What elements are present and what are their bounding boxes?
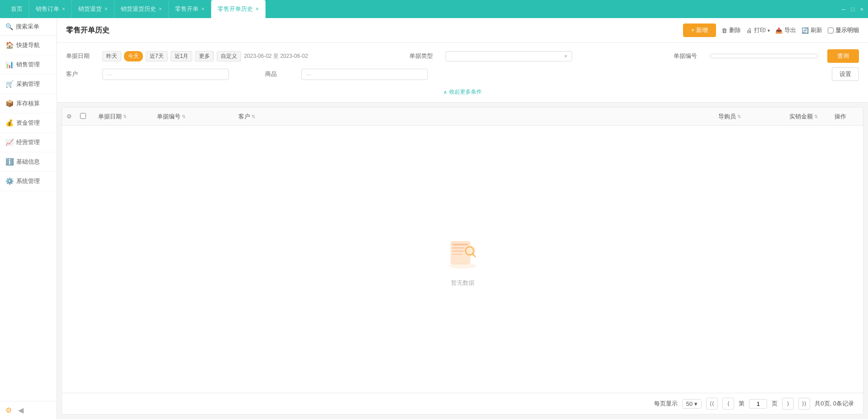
sales-icon: 📊: [5, 61, 13, 69]
sort-date-icon: ⇅: [123, 114, 127, 119]
tab-bar: 首页 销售订单 × 销货退货 × 销货退货历史 × 零售开单 × 零售开单历史 …: [0, 0, 868, 18]
tab-retail-order-history[interactable]: 零售开单历史 ×: [211, 0, 266, 18]
minimize-btn[interactable]: ─: [841, 6, 845, 13]
tab-close-sales-return[interactable]: ×: [104, 6, 108, 12]
collapse-up-icon: ∧: [443, 89, 447, 95]
customer-dots: ···: [107, 71, 112, 78]
sidebar-bottom: ⚙ ◀: [0, 401, 57, 419]
display-detail-checkbox[interactable]: 显示明细: [828, 26, 859, 34]
goods-label: 商品: [265, 70, 292, 78]
query-button[interactable]: 查询: [827, 49, 859, 63]
print-icon: 🖨: [746, 27, 752, 34]
date-btn-yesterday[interactable]: 昨天: [102, 51, 121, 61]
close-btn[interactable]: ×: [860, 6, 863, 13]
th-guide[interactable]: 导购员 ⇅: [714, 113, 768, 121]
sort-amount-icon: ⇅: [814, 114, 818, 119]
display-detail-input[interactable]: [828, 28, 834, 33]
page-next-btn[interactable]: ⟩: [782, 398, 794, 410]
page-input[interactable]: [749, 399, 767, 409]
sidebar-item-system[interactable]: ⚙️ 系统管理: [0, 172, 57, 191]
sidebar-item-finance[interactable]: 💰 资金管理: [0, 113, 57, 133]
order-num-input[interactable]: [710, 54, 818, 58]
sidebar-search[interactable]: 🔍 搜索采单: [0, 18, 57, 36]
tab-sales-order[interactable]: 销售订单 ×: [29, 0, 72, 18]
settings-button[interactable]: 设置: [832, 67, 859, 81]
page-prev-btn[interactable]: ⟨: [722, 398, 734, 410]
tab-sales-return-history[interactable]: 销货退货历史 ×: [114, 0, 169, 18]
sidebar-nav: 🏠 快捷导航 📊 销售管理 🛒 采购管理 📦 库存核算 💰 资金管理 📈: [0, 36, 57, 401]
total-label: 共0页, 0条记录: [815, 400, 854, 408]
goods-dots: ···: [306, 71, 311, 78]
print-button[interactable]: 🖨 打印 ▾: [746, 26, 770, 34]
export-button[interactable]: 📤 导出: [775, 26, 796, 34]
sidebar-item-purchase[interactable]: 🛒 采购管理: [0, 75, 57, 94]
svg-rect-2: [452, 244, 469, 245]
purchase-icon: 🛒: [5, 80, 13, 88]
tab-sales-return[interactable]: 销货退货 ×: [72, 0, 114, 18]
date-btn-1month[interactable]: 近1月: [171, 51, 193, 61]
order-type-chevron-icon: ▾: [564, 53, 567, 59]
sidebar-item-operations[interactable]: 📈 经营管理: [0, 133, 57, 152]
tab-retail-order[interactable]: 零售开单 ×: [169, 0, 211, 18]
date-button-group: 昨天 今天 近7天 近1月 更多 自定义 2023-06-02 至 2023-0…: [102, 51, 308, 61]
sidebar-item-inventory[interactable]: 📦 库存核算: [0, 94, 57, 113]
svg-rect-5: [452, 254, 462, 255]
date-btn-7days[interactable]: 近7天: [146, 51, 168, 61]
th-order-num[interactable]: 单据编号 ⇅: [152, 113, 234, 121]
th-customer[interactable]: 客户 ⇅: [234, 113, 714, 121]
sidebar-item-sales[interactable]: 📊 销售管理: [0, 55, 57, 75]
date-btn-custom[interactable]: 自定义: [217, 51, 241, 61]
print-chevron-icon: ▾: [768, 28, 770, 33]
add-button[interactable]: + 新增: [683, 24, 716, 37]
order-type-select[interactable]: ▾: [446, 51, 572, 61]
sidebar-item-basic-info[interactable]: ℹ️ 基础信息: [0, 152, 57, 172]
refresh-icon: 🔄: [802, 27, 809, 34]
page-size-label: 每页显示: [654, 400, 678, 408]
tab-close-sales-order[interactable]: ×: [62, 6, 65, 12]
empty-state-illustration: [442, 232, 483, 273]
delete-button[interactable]: 🗑 删除: [721, 26, 741, 34]
order-type-label: 单据类型: [409, 52, 436, 60]
order-num-label: 单据编号: [674, 52, 701, 60]
sidebar-item-shortcuts[interactable]: 🏠 快捷导航: [0, 36, 57, 55]
page-header: 零售开单历史 + 新增 🗑 删除 🖨 打印 ▾ 📤 导出 🔄: [57, 18, 868, 43]
empty-text: 暂无数据: [451, 279, 474, 287]
customer-input[interactable]: ···: [102, 69, 229, 80]
tab-close-retail-order[interactable]: ×: [201, 6, 204, 12]
window-controls: ─ □ ×: [841, 6, 863, 13]
restore-btn[interactable]: □: [851, 6, 855, 13]
settings-bottom-icon[interactable]: ⚙: [5, 406, 12, 414]
th-amount[interactable]: 实销金额 ⇅: [768, 113, 822, 121]
sort-customer-icon: ⇅: [251, 114, 255, 119]
refresh-button[interactable]: 🔄 刷新: [802, 26, 822, 34]
table-select-all[interactable]: [80, 113, 94, 120]
table-settings-icon[interactable]: ⚙: [66, 113, 80, 120]
tab-close-sales-return-history[interactable]: ×: [159, 6, 162, 12]
page-size-select[interactable]: 50 ▾: [682, 399, 702, 409]
filter-area: 单据日期 昨天 今天 近7天 近1月 更多 自定义 2023-06-02 至 2…: [57, 43, 868, 103]
filter-row-1: 单据日期 昨天 今天 近7天 近1月 更多 自定义 2023-06-02 至 2…: [66, 49, 859, 63]
svg-rect-3: [452, 247, 465, 249]
page-last-btn[interactable]: ⟩⟩: [798, 398, 810, 410]
date-btn-more[interactable]: 更多: [195, 51, 214, 61]
table-header: ⚙ 单据日期 ⇅ 单据编号 ⇅ 客户 ⇅ 导购员 ⇅: [62, 108, 863, 126]
basic-info-icon: ℹ️: [5, 158, 13, 166]
finance-icon: 💰: [5, 119, 13, 127]
select-all-checkbox[interactable]: [80, 113, 86, 119]
date-btn-today[interactable]: 今天: [124, 51, 143, 61]
sort-guide-icon: ⇅: [737, 114, 741, 119]
sidebar: 🔍 搜索采单 🏠 快捷导航 📊 销售管理 🛒 采购管理 📦 库存核算 💰: [0, 18, 57, 419]
th-operation: 操作: [822, 113, 859, 121]
goods-input[interactable]: ···: [301, 69, 428, 80]
th-date[interactable]: 单据日期 ⇅: [94, 113, 152, 121]
tab-close-retail-order-history[interactable]: ×: [256, 6, 259, 12]
page-label-suffix: 页: [772, 400, 778, 408]
collapse-filter-bar[interactable]: ∧ 收起更多条件: [66, 85, 859, 96]
page-first-btn[interactable]: ⟨⟨: [706, 398, 718, 410]
page-title: 零售开单历史: [66, 26, 109, 41]
table-body: 暂无数据: [62, 126, 863, 393]
content-area: 零售开单历史 + 新增 🗑 删除 🖨 打印 ▾ 📤 导出 🔄: [57, 18, 868, 419]
collapse-sidebar-icon[interactable]: ◀: [18, 406, 24, 414]
date-range-display: 2023-06-02 至 2023-06-02: [244, 52, 308, 60]
tab-home[interactable]: 首页: [5, 0, 29, 18]
